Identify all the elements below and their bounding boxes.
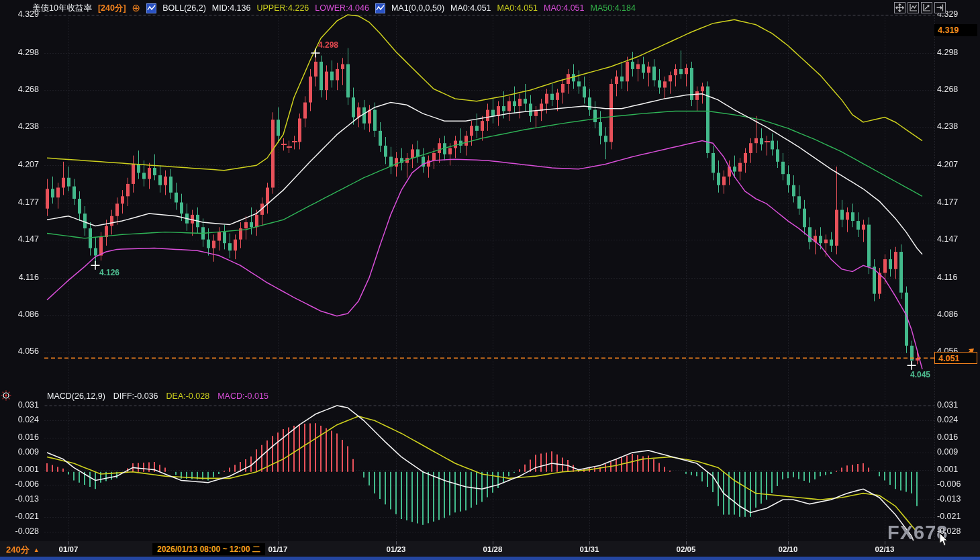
chart-canvas[interactable]: [0, 0, 980, 560]
macd-axis-label-left: 0.009: [0, 447, 39, 457]
macd-axis-label-right: 0.024: [937, 415, 979, 424]
boll-mid-value: MID:4.136: [212, 3, 251, 13]
price-axis-label-left: 4.056: [0, 346, 39, 356]
mouse-cursor-icon: [939, 533, 950, 550]
macd-diff-value: DIFF:-0.036: [113, 391, 158, 401]
macd-legend: MACD(26,12,9) DIFF:-0.036 DEA:-0.028 MAC…: [47, 391, 268, 401]
price-axis-label-left: 4.207: [0, 160, 39, 169]
price-annotation: 4.298: [318, 40, 338, 50]
date-axis-label: 02/10: [773, 545, 803, 553]
last-price-marker: 4.051: [934, 352, 977, 364]
macd-axis-label-left: 0.024: [0, 415, 39, 424]
macd-axis-label-right: 0.001: [937, 465, 979, 474]
ma0-white-value: MA0:4.051: [450, 3, 491, 13]
fit-chart-icon[interactable]: [908, 2, 919, 13]
date-axis-label: 02/13: [870, 545, 899, 553]
macd-axis-label-right: -0.006: [937, 479, 979, 489]
macd-axis-label-left: 0.016: [0, 432, 39, 442]
date-axis-label: 01/31: [575, 545, 604, 553]
macd-axis-label-right: 0.016: [937, 432, 979, 442]
chart-toolbar: [894, 2, 946, 13]
indicator-dot-icon: [1, 390, 11, 404]
macd-axis-label-left: 0.001: [0, 465, 39, 474]
ma-group-name: MA1(0,0,0,50): [391, 3, 444, 13]
ma0-yellow-value: MA0:4.051: [497, 3, 538, 13]
macd-axis-label-left: -0.006: [0, 479, 39, 489]
price-axis-label-right: 4.177: [937, 197, 979, 207]
pan-chart-icon[interactable]: [921, 2, 932, 13]
macd-axis-label-left: -0.013: [0, 494, 39, 504]
ma0-magenta-value: MA0:4.051: [544, 3, 584, 13]
price-axis-label-right: 4.268: [937, 85, 979, 94]
macd-axis-label-left: -0.028: [0, 526, 39, 536]
timeframe-tab-arrow-icon: ▲: [34, 547, 40, 553]
session-high-marker: 4.319: [934, 24, 977, 36]
date-axis-label: 02/05: [671, 545, 701, 553]
price-axis-label-right: 4.116: [937, 273, 979, 282]
macd-axis-label-right: -0.013: [937, 494, 979, 504]
price-axis-label-left: 4.268: [0, 85, 39, 94]
price-axis-label-right: 4.086: [937, 310, 979, 319]
date-axis-label: 01/17: [263, 545, 293, 553]
bottom-scrollbar[interactable]: [0, 557, 980, 560]
boll-indicator-icon[interactable]: [146, 3, 156, 13]
price-axis-label-left: 4.238: [0, 122, 39, 131]
boll-lower-value: LOWER:4.046: [315, 3, 369, 13]
date-axis-label: 01/28: [478, 545, 507, 553]
macd-name: MACD(26,12,9): [47, 391, 105, 401]
price-axis-label-left: 4.147: [0, 234, 39, 244]
ma50-value: MA50:4.184: [591, 3, 636, 13]
add-indicator-icon[interactable]: ⊕: [132, 3, 141, 13]
instrument-title: 美债10年收益率: [32, 3, 92, 14]
date-axis-label: 01/07: [54, 545, 83, 553]
price-axis-label-right: 4.298: [937, 48, 979, 57]
price-annotation: 4.126: [99, 268, 119, 277]
price-axis-label-left: 4.298: [0, 48, 39, 57]
macd-axis-label-left: -0.021: [0, 512, 39, 521]
price-annotation: 4.045: [910, 370, 930, 379]
selected-bar-datetime: 2026/01/13 08:00 ~ 12:00 二: [152, 543, 265, 555]
price-axis-label-left: 4.116: [0, 273, 39, 282]
price-axis-label-right: 4.207: [937, 160, 979, 169]
ma-indicator-icon[interactable]: [375, 3, 385, 13]
timeframe-label[interactable]: [240分]: [98, 3, 126, 14]
move-icon[interactable]: [894, 2, 905, 13]
price-axis-label-left: 4.177: [0, 197, 39, 207]
boll-name: BOLL(26,2): [162, 3, 206, 13]
timeframe-tab-label: 240分: [6, 544, 30, 556]
macd-axis-label-right: 0.009: [937, 447, 979, 457]
macd-axis-label-right: 0.031: [937, 400, 979, 410]
price-axis-label-right: 4.147: [937, 234, 979, 244]
boll-upper-value: UPPER:4.226: [256, 3, 309, 13]
macd-axis-label-right: -0.021: [937, 512, 979, 521]
macd-dea-value: DEA:-0.028: [166, 391, 210, 401]
date-axis-label: 01/23: [381, 545, 411, 553]
price-axis-label-right: 4.238: [937, 122, 979, 131]
chart-legend-bar: 美债10年收益率 [240分] ⊕ BOLL(26,2) MID:4.136 U…: [32, 2, 636, 14]
timeframe-tab[interactable]: 240分 ▲: [6, 544, 40, 556]
price-axis-label-left: 4.086: [0, 310, 39, 319]
go-to-latest-icon[interactable]: [934, 2, 946, 13]
macd-value: MACD:-0.015: [217, 391, 268, 401]
